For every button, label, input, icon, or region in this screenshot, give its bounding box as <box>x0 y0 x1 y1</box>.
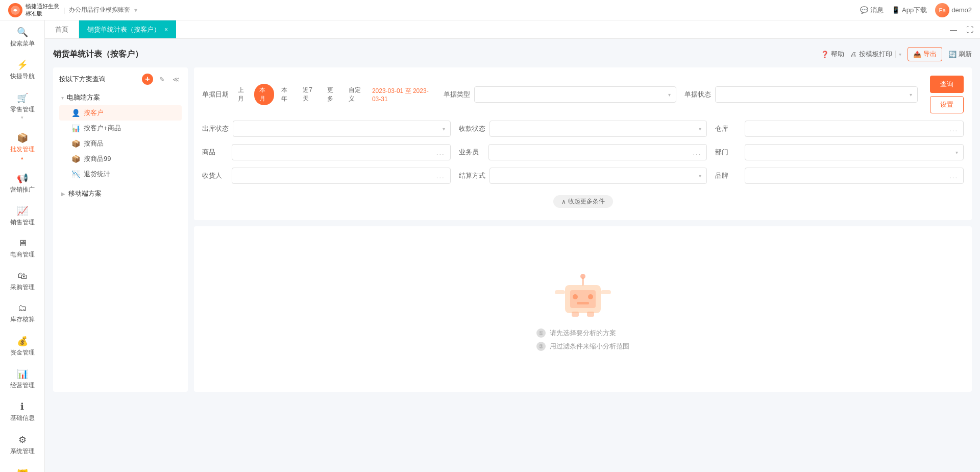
scheme-desktop-group-header[interactable]: ▾ 电脑端方案 <box>59 90 182 105</box>
date-tab-lastmonth[interactable]: 上月 <box>233 84 252 105</box>
export-button[interactable]: 📤 导出 <box>908 47 942 61</box>
operations-icon: 📊 <box>17 368 28 380</box>
filter-row-4: 收货人 ... 结算方式 ▾ <box>202 168 964 184</box>
scheme-item-customer-goods[interactable]: 📊 按客户+商品 <box>59 121 182 136</box>
collection-status-control[interactable]: ▾ <box>489 121 707 137</box>
date-label: 单据日期 <box>202 90 229 99</box>
sidebar-item-marketing[interactable]: 📢 营销推广 <box>0 167 44 199</box>
payment-control[interactable]: ▾ <box>489 168 707 184</box>
sidebar-item-inventory[interactable]: 🗂 库存核算 <box>0 297 44 329</box>
empty-tip-2: ② 用过滤条件来缩小分析范围 <box>536 342 629 351</box>
warehouse-filter-item: 仓库 ... <box>715 121 964 137</box>
sidebar-item-operations[interactable]: 📊 经营管理 <box>0 362 44 395</box>
order-status-filter-item: 单据状态 ▾ <box>684 86 918 103</box>
scheme-item-customer[interactable]: 👤 按客户 <box>59 105 182 121</box>
salesperson-control[interactable]: ... <box>488 144 707 160</box>
goods99-icon: 📦 <box>71 155 80 163</box>
collapse-button[interactable]: ∧ 收起更多条件 <box>553 195 613 208</box>
print-dropdown-icon[interactable]: ▾ <box>899 52 901 57</box>
sidebar-item-retail[interactable]: 🛒 零售管理 ▾ <box>0 86 44 126</box>
date-tab-thismonth[interactable]: 本月 <box>254 84 274 105</box>
refresh-button[interactable]: 🔄 刷新 <box>948 50 972 59</box>
warehouse-label: 仓库 <box>715 124 741 133</box>
sidebar-item-basics[interactable]: ℹ 基础信息 <box>0 395 44 428</box>
sidebar-item-system[interactable]: ⚙ 系统管理 <box>0 428 44 461</box>
warehouse-control[interactable]: ... <box>745 121 964 137</box>
print-button[interactable]: 🖨 按模板打印 ▾ <box>850 50 901 59</box>
order-status-control[interactable]: ▾ <box>715 86 918 103</box>
collection-status-filter-item: 收款状态 ▾ <box>459 121 707 137</box>
svg-rect-9 <box>601 290 611 294</box>
receiver-label: 收货人 <box>202 171 228 180</box>
out-status-filter-item: 出库状态 ▾ <box>202 121 451 137</box>
filter-area: 单据日期 上月 本月 本年 近7天 更多 自定义 <box>194 67 972 220</box>
order-type-chevron: ▾ <box>668 92 671 98</box>
sidebar-item-finance[interactable]: 💰 资金管理 <box>0 329 44 362</box>
breadcrumb-arrow[interactable]: ▾ <box>134 7 137 14</box>
retail-arrow: ▾ <box>21 115 23 120</box>
out-status-chevron: ▾ <box>443 126 445 132</box>
out-status-control[interactable]: ▾ <box>233 121 451 137</box>
sidebar-item-purchase[interactable]: 🛍 采购管理 <box>0 265 44 297</box>
scheme-mobile-group-header[interactable]: ▶ 移动端方案 <box>59 186 182 201</box>
brand-control[interactable]: ... <box>745 168 964 184</box>
message-button[interactable]: 💬 消息 <box>860 6 884 15</box>
filter-row-2: 出库状态 ▾ 收款状态 ▾ <box>202 121 964 137</box>
tab-home[interactable]: 首页 <box>45 20 79 38</box>
sidebar-item-ecommerce[interactable]: 🖥 电商管理 <box>0 232 44 264</box>
page-content: 销货单统计表（按客户） ❓ 帮助 🖨 按模板打印 ▾ 📤 导出 <box>45 39 980 472</box>
query-button[interactable]: 查询 <box>930 76 964 93</box>
minimize-button[interactable]: — <box>947 23 960 36</box>
date-tab-more[interactable]: 更多 <box>322 84 341 105</box>
receiver-control[interactable]: ... <box>232 168 451 184</box>
department-control[interactable]: ▾ <box>745 144 964 160</box>
breadcrumb[interactable]: 办公用品行业模拟账套 <box>69 6 130 14</box>
wholesale-icon: 📦 <box>17 132 28 144</box>
order-type-control[interactable]: ▾ <box>474 86 677 103</box>
tip-num-2: ② <box>536 342 546 351</box>
tab-bar: 首页 销货单统计表（按客户） × — ⛶ <box>45 20 980 39</box>
sidebar-item-collab[interactable]: 🤝 企业协同 <box>0 461 44 472</box>
scheme-item-goods99[interactable]: 📦 按商品99 <box>59 151 182 167</box>
top-bar-right: 💬 消息 📱 App下载 Ea demo2 <box>860 3 972 17</box>
date-tab-custom[interactable]: 自定义 <box>344 84 368 105</box>
logo-area[interactable]: 畅捷通好生意 标准版 <box>8 3 59 17</box>
scheme-item-returns[interactable]: 📉 退货统计 <box>59 167 182 182</box>
sidebar-item-search[interactable]: 🔍 搜索菜单 <box>0 20 44 53</box>
svg-point-7 <box>580 274 585 279</box>
collab-icon: 🤝 <box>17 467 28 472</box>
scheme-edit-button[interactable]: ✎ <box>156 74 167 85</box>
sidebar-item-wholesale[interactable]: 📦 批发管理 ▴ <box>0 126 44 166</box>
tab-active[interactable]: 销货单统计表（按客户） × <box>79 20 176 38</box>
tab-bar-actions: — ⛶ <box>947 23 980 36</box>
date-range-text: 2023-03-01 至 2023-03-31 <box>372 87 435 103</box>
desktop-group-expand-icon: ▾ <box>61 95 64 101</box>
sidebar-item-quicknav[interactable]: ⚡ 快捷导航 <box>0 53 44 86</box>
date-tab-7days[interactable]: 近7天 <box>298 84 320 105</box>
goods-control[interactable]: ... <box>232 144 451 160</box>
export-icon: 📤 <box>913 51 921 58</box>
logo-text: 畅捷通好生意 标准版 <box>26 3 59 16</box>
date-tab-thisyear[interactable]: 本年 <box>276 84 296 105</box>
scheme-add-button[interactable]: + <box>142 74 153 85</box>
retail-icon: 🛒 <box>17 92 28 104</box>
svg-point-3 <box>573 294 578 299</box>
maximize-button[interactable]: ⛶ <box>964 23 976 36</box>
tab-close-button[interactable]: × <box>164 26 168 33</box>
scheme-collapse-button[interactable]: ≪ <box>170 74 182 85</box>
settings-button[interactable]: 设置 <box>930 96 964 113</box>
user-menu[interactable]: Ea demo2 <box>935 3 972 17</box>
empty-icon <box>552 267 614 318</box>
top-bar-left: 畅捷通好生意 标准版 | 办公用品行业模拟账套 ▾ <box>8 3 137 17</box>
main-panel: 按以下方案查询 + ✎ ≪ <box>53 67 972 392</box>
sidebar-item-sales[interactable]: 📈 销售管理 <box>0 199 44 232</box>
system-icon: ⚙ <box>18 434 27 445</box>
scheme-item-goods[interactable]: 📦 按商品 <box>59 136 182 151</box>
filter-row-3: 商品 ... 业务员 ... <box>202 144 964 160</box>
customer-goods-icon: 📊 <box>71 124 80 132</box>
help-button[interactable]: ❓ 帮助 <box>821 50 844 59</box>
app-download-button[interactable]: 📱 App下载 <box>892 6 927 15</box>
svg-rect-8 <box>555 290 565 294</box>
empty-state: ① 请先选择要分析的方案 ② 用过滤条件来缩小分析范围 <box>194 226 972 392</box>
order-type-filter-item: 单据类型 ▾ <box>444 86 677 103</box>
